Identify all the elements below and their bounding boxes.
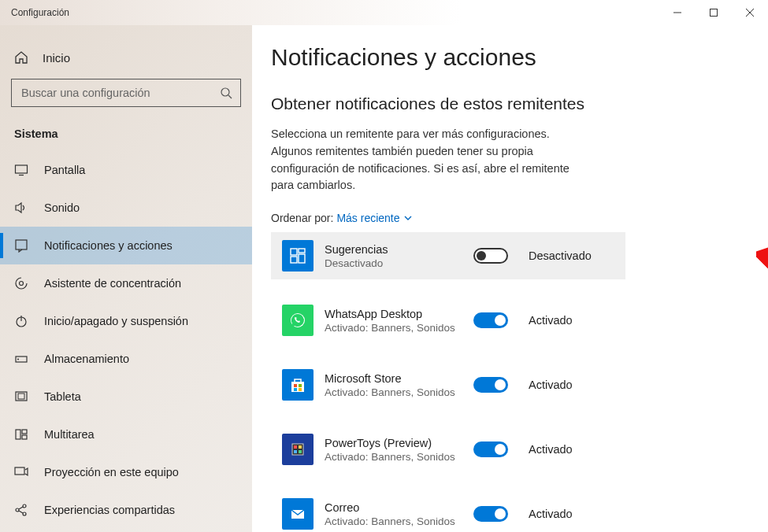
whatsapp-icon	[282, 305, 314, 336]
sender-sub: Activado: Banners, Sonidos	[325, 386, 462, 398]
notifications-icon	[14, 238, 28, 253]
nav-label: Pantalla	[44, 164, 85, 176]
maximize-icon	[710, 9, 718, 17]
sender-sub: Activado: Banners, Sonidos	[325, 451, 462, 463]
toggle-correo[interactable]	[473, 506, 508, 522]
svg-rect-6	[16, 165, 28, 173]
sender-name: PowerToys (Preview)	[325, 437, 462, 449]
share-icon	[14, 503, 28, 517]
sender-name: Correo	[325, 501, 462, 514]
svg-rect-15	[18, 393, 24, 399]
chevron-down-icon	[403, 213, 413, 223]
svg-rect-16	[16, 430, 20, 439]
toggle-whatsapp[interactable]	[473, 312, 508, 328]
sort-label: Ordenar por:	[271, 212, 333, 224]
nav-notificaciones[interactable]: Notificaciones y acciones	[0, 227, 252, 264]
nav-almacenamiento[interactable]: Almacenamiento	[0, 340, 252, 378]
svg-line-24	[19, 511, 23, 513]
sender-whatsapp[interactable]: WhatsApp Desktop Activado: Banners, Soni…	[271, 297, 625, 344]
sender-sub: Activado: Banners, Sonidos	[325, 322, 462, 334]
svg-line-23	[19, 507, 23, 509]
home-icon	[14, 50, 28, 65]
search-box[interactable]	[11, 79, 241, 107]
svg-rect-34	[299, 388, 302, 391]
sender-sugerencias[interactable]: Sugerencias Desactivado Desactivado	[271, 232, 625, 279]
nav-inicio-apagado[interactable]: Inicio/apagado y suspensión	[0, 302, 252, 340]
toggle-msstore[interactable]	[473, 377, 508, 393]
power-icon	[14, 314, 28, 328]
suggestions-icon	[282, 240, 314, 272]
nav-proyeccion[interactable]: Proyección en este equipo	[0, 453, 252, 491]
multitask-icon	[14, 427, 28, 441]
maximize-button[interactable]	[696, 0, 732, 25]
powertoys-icon	[282, 434, 314, 465]
svg-point-22	[23, 512, 26, 515]
svg-rect-28	[291, 257, 297, 263]
svg-line-5	[228, 95, 232, 98]
home-link[interactable]: Inicio	[0, 44, 252, 71]
svg-point-4	[221, 88, 229, 96]
svg-rect-17	[22, 430, 27, 434]
group-header: Sistema	[0, 120, 252, 148]
page-title: Notificaciones y acciones	[271, 44, 740, 71]
nav-label: Sonido	[44, 201, 80, 214]
toggle-sugerencias[interactable]	[473, 248, 508, 264]
nav-label: Experiencias compartidas	[44, 504, 175, 516]
sidebar: Inicio Sistema Pantalla Sonido Notificac…	[0, 25, 252, 532]
svg-point-13	[17, 359, 19, 360]
nav-pantalla[interactable]: Pantalla	[0, 151, 252, 189]
search-icon	[220, 87, 232, 99]
close-icon	[746, 9, 754, 17]
sound-icon	[14, 201, 28, 215]
sender-sub: Activado: Banners, Sonidos	[325, 515, 462, 527]
nav-label: Proyección en este equipo	[44, 466, 179, 478]
toggle-label: Desactivado	[529, 249, 592, 262]
sender-msstore[interactable]: Microsoft Store Activado: Banners, Sonid…	[271, 361, 625, 408]
sort-selector[interactable]: Ordenar por: Más reciente	[271, 212, 740, 224]
project-icon	[14, 465, 28, 479]
toggle-label: Activado	[529, 314, 573, 327]
svg-rect-30	[291, 382, 304, 392]
nav-experiencias[interactable]: Experiencias compartidas	[0, 491, 252, 529]
nav-asistente[interactable]: Asistente de concentración	[0, 264, 252, 302]
svg-rect-18	[22, 435, 27, 439]
svg-rect-1	[710, 9, 718, 17]
svg-rect-33	[294, 388, 297, 391]
toggle-powertoys[interactable]	[473, 441, 508, 457]
svg-rect-37	[299, 445, 302, 449]
nav-sonido[interactable]: Sonido	[0, 189, 252, 227]
nav-label: Asistente de concentración	[44, 277, 181, 290]
svg-rect-8	[16, 240, 27, 249]
sort-value: Más reciente	[336, 212, 399, 224]
minimize-button[interactable]	[659, 0, 696, 25]
sender-sub: Desactivado	[325, 257, 462, 269]
mail-icon	[282, 498, 314, 530]
nav-multitarea[interactable]: Multitarea	[0, 416, 252, 453]
toggle-label: Activado	[529, 443, 573, 456]
nav-label: Almacenamiento	[44, 353, 129, 365]
annotation-arrow	[756, 157, 768, 275]
home-label: Inicio	[43, 51, 70, 65]
nav-label: Notificaciones y acciones	[44, 239, 173, 252]
sender-correo[interactable]: Correo Activado: Banners, Sonidos Activa…	[271, 490, 625, 532]
msstore-icon	[282, 369, 314, 401]
close-button[interactable]	[732, 0, 768, 25]
section-title: Obtener notificaciones de estos remitent…	[271, 94, 740, 113]
svg-rect-32	[299, 384, 302, 387]
svg-rect-26	[299, 249, 305, 253]
svg-rect-39	[299, 450, 302, 453]
window-title: Configuración	[0, 7, 69, 18]
sender-powertoys[interactable]: PowerToys (Preview) Activado: Banners, S…	[271, 426, 625, 473]
svg-rect-31	[294, 384, 297, 387]
minimize-icon	[673, 9, 681, 17]
sender-name: Microsoft Store	[325, 372, 462, 385]
svg-rect-25	[291, 249, 297, 255]
nav-label: Tableta	[44, 390, 81, 403]
nav-tableta[interactable]: Tableta	[0, 378, 252, 416]
main-panel: Notificaciones y acciones Obtener notifi…	[252, 25, 768, 532]
search-input[interactable]	[21, 87, 220, 99]
nav-label: Multitarea	[44, 428, 95, 441]
focus-icon	[14, 276, 28, 290]
storage-icon	[14, 352, 28, 366]
display-icon	[14, 163, 28, 177]
